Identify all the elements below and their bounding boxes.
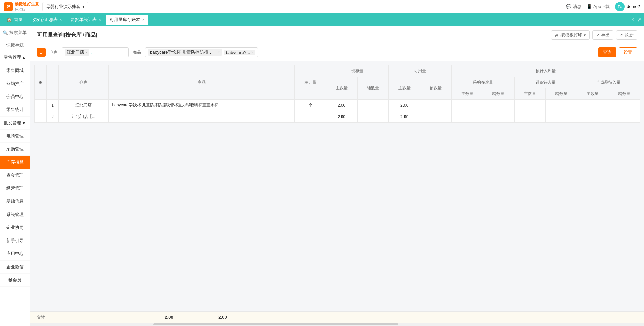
cell-purchase-aux-1 [483, 100, 515, 111]
org-selector[interactable]: 母婴行业演示账套 ▾ [42, 2, 88, 11]
export-btn[interactable]: ↗ 导出 [592, 30, 613, 40]
tab-available-stock[interactable]: 可用量库存账本 × [106, 15, 148, 25]
template-print-btn[interactable]: 🖨 按模板打印 ▾ [551, 30, 590, 40]
content-area: 可用量查询(按仓库+商品) 🖨 按模板打印 ▾ ↗ 导出 ↻ 刷新 » [30, 26, 644, 326]
cell-warehouse-1: 江北门店 [59, 100, 109, 111]
sidebar-item-enterprise-wechat[interactable]: 企业微信 [0, 261, 30, 274]
product-input[interactable]: babycare学饮杯 儿童防摔防撞吸管杯重力球吸嘴杯宝宝水杯 × babyca… [145, 47, 258, 57]
product-tag-2: babycare?... × [224, 50, 255, 55]
warehouse-input[interactable]: 江北门店 × ... [62, 47, 129, 57]
th-planned-in: 预计入库量 [451, 65, 640, 77]
table-row: 2 江北门店【... 2.00 2.00 [35, 111, 640, 123]
fullscreen-btn[interactable]: ⤢ [637, 17, 641, 23]
query-btn[interactable]: 查询 [598, 47, 616, 57]
footer-label: 合计 [37, 314, 45, 320]
th-purchase-transit-main: 主数量 [451, 88, 483, 100]
tab-receive[interactable]: 收发存汇总表 × [28, 15, 66, 25]
sidebar-item-system[interactable]: 系统管理 [0, 208, 30, 221]
download-icon: 📱 [587, 4, 592, 9]
tab-order-stat[interactable]: 要货单统计表 × [66, 15, 105, 25]
cell-available-aux-1 [420, 100, 451, 111]
sidebar-item-purchase[interactable]: 采购管理 [0, 143, 30, 156]
scrollbar[interactable] [30, 323, 644, 326]
logo-area: 好 畅捷通好生意 标准版 [4, 1, 39, 12]
page-title: 可用量查询(按仓库+商品) [37, 32, 97, 43]
sidebar-item-retail-shop[interactable]: 零售商城 [0, 64, 30, 77]
avatar: Ea [615, 2, 625, 11]
home-icon: 🏠 [7, 17, 12, 22]
close-all-tabs-btn[interactable]: × [631, 17, 634, 23]
filter-toggle-btn[interactable]: » [37, 48, 46, 57]
th-current-stock: 现存量 [326, 65, 389, 77]
logo-text: 畅捷通好生意 标准版 [15, 1, 39, 12]
th-inbound-pending-main: 主数量 [514, 88, 546, 100]
cell-product-2 [109, 111, 294, 123]
chevron-down-icon: ▾ [82, 4, 85, 9]
sidebar-item-inventory[interactable]: 库存核算 [0, 156, 30, 169]
sidebar-search[interactable]: 🔍 搜索菜单 [0, 26, 30, 39]
sidebar-item-new-guide[interactable]: 新手引导 [0, 234, 30, 247]
warehouse-tag-close[interactable]: × [85, 51, 87, 54]
top-bar-left: 好 畅捷通好生意 标准版 母婴行业演示账套 ▾ [4, 1, 88, 12]
sidebar-item-pro-member[interactable]: 畅会员 [0, 274, 30, 287]
sidebar-item-finance[interactable]: 资金管理 [0, 169, 30, 182]
sidebar-item-marketing[interactable]: 营销推广 [0, 77, 30, 90]
scrollbar-thumb[interactable] [153, 323, 398, 325]
th-settings[interactable]: ⚙ [35, 65, 47, 100]
cell-num-2: 2 [47, 111, 59, 123]
product-tag-2-close[interactable]: × [251, 51, 253, 54]
cell-available-main-2: 2.00 [389, 111, 420, 123]
sidebar-quick-nav[interactable]: 快捷导航 [0, 39, 30, 51]
tab-receive-close[interactable]: × [60, 18, 62, 22]
app-download-btn[interactable]: 📱 App下载 [587, 4, 610, 10]
sidebar-item-retail-stat[interactable]: 零售统计 [0, 103, 30, 117]
sidebar-item-retail-mgmt[interactable]: 零售管理 ▲ [0, 51, 30, 64]
user-area[interactable]: Ea demo2 [615, 2, 640, 11]
refresh-btn[interactable]: ↻ 刷新 [616, 30, 637, 40]
cell-product-1: babycare学饮杯 儿童防摔防撞吸管杯重力球吸嘴杯宝宝水杯 [109, 100, 294, 111]
table-area: ⚙ 仓库 商品 主计量 现存量 可用量 预计入库量 主数量 辅数量 主数量 辅数… [30, 61, 644, 311]
sidebar-item-operations[interactable]: 经营管理 [0, 182, 30, 195]
th-current-main: 主数量 [326, 77, 358, 100]
th-product: 商品 [109, 65, 294, 100]
top-bar: 好 畅捷通好生意 标准版 母婴行业演示账套 ▾ 💬 消息 📱 App下载 Ea … [0, 0, 644, 13]
warehouse-more[interactable]: ... [91, 50, 95, 55]
th-available: 可用量 [389, 65, 451, 77]
tab-home[interactable]: 🏠 首页 [3, 15, 27, 25]
cell-product-main-1 [577, 100, 608, 111]
table-row: 1 江北门店 babycare学饮杯 儿童防摔防撞吸管杯重力球吸嘴杯宝宝水杯 个… [35, 100, 640, 111]
product-tag-1: babycare学饮杯 儿童防摔防撞吸管杯重力球吸嘴杯宝宝水杯 × [148, 49, 222, 56]
message-btn[interactable]: 💬 消息 [566, 4, 581, 10]
th-product-pending: 产成品待入量 [577, 77, 640, 88]
sidebar-item-wholesale[interactable]: 批发管理 ▼ [0, 117, 30, 130]
logo-icon: 好 [4, 2, 13, 11]
product-tag-1-close[interactable]: × [218, 51, 220, 54]
filter-actions: 查询 设置 [598, 47, 637, 57]
cell-settings [35, 100, 47, 111]
tab-order-stat-close[interactable]: × [99, 18, 101, 22]
sidebar-item-member[interactable]: 会员中心 [0, 90, 30, 103]
sidebar-item-enterprise-collab[interactable]: 企业协同 [0, 221, 30, 234]
chevron-icon: ▼ [22, 121, 26, 126]
th-product-pending-aux: 辅数量 [608, 88, 640, 100]
tab-available-stock-close[interactable]: × [142, 18, 144, 22]
cell-settings-2 [35, 111, 47, 123]
th-inbound-pending: 进货待入量 [514, 77, 577, 88]
th-available-main: 主数量 [389, 77, 420, 100]
tab-bar: 🏠 首页 收发存汇总表 × 要货单统计表 × 可用量库存账本 × × ⤢ [0, 13, 644, 26]
sidebar-item-basic-info[interactable]: 基础信息 [0, 195, 30, 208]
th-purchase-transit-aux: 辅数量 [483, 88, 515, 100]
cell-inbound-main-1 [514, 100, 546, 111]
cell-purchase-aux-2 [483, 111, 515, 123]
tab-bar-actions: × ⤢ [631, 17, 641, 23]
warehouse-tag: 江北门店 × [65, 49, 89, 56]
page-actions: 🖨 按模板打印 ▾ ↗ 导出 ↻ 刷新 [551, 30, 637, 44]
cell-inbound-aux-1 [546, 100, 577, 111]
settings-btn[interactable]: 设置 [619, 47, 637, 57]
filter-bar: » 仓库 江北门店 × ... 商品 babycare学饮杯 儿童防摔防撞吸管杯… [30, 44, 644, 61]
sidebar-item-app-center[interactable]: 应用中心 [0, 247, 30, 261]
sidebar-item-ecommerce[interactable]: 电商管理 [0, 130, 30, 143]
th-num [47, 65, 59, 100]
th-warehouse: 仓库 [59, 65, 109, 100]
product-label: 商品 [133, 50, 141, 55]
